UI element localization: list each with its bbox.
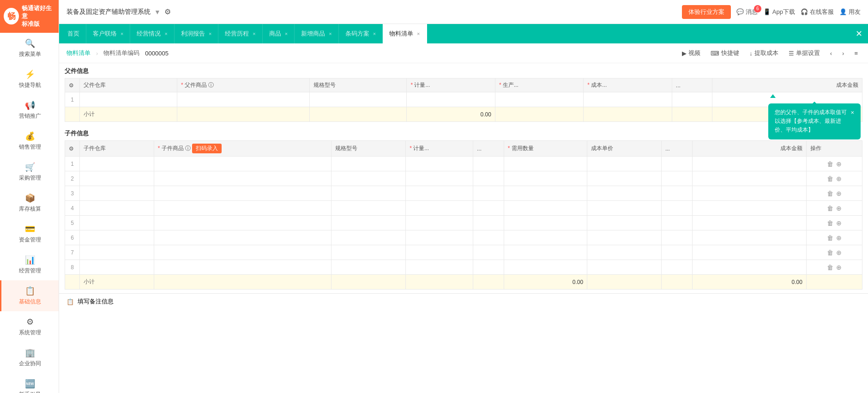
child-cell-extra2-5[interactable]	[661, 216, 692, 230]
tab-operation-history-close[interactable]: ×	[253, 31, 255, 36]
tab-bom-close[interactable]: ×	[417, 31, 420, 36]
child-cell-warehouse-7[interactable]	[80, 245, 154, 260]
tab-profit-close[interactable]: ×	[209, 31, 211, 36]
child-cell-req-qty-7[interactable]	[504, 245, 587, 260]
parent-cell-cost-1[interactable]	[584, 92, 672, 107]
child-cell-goods-1[interactable]	[154, 157, 332, 171]
view-button[interactable]: ▶ 视频	[679, 48, 703, 58]
child-th-gear[interactable]: ⚙	[65, 141, 80, 157]
child-cell-spec-7[interactable]	[332, 245, 406, 260]
scan-button[interactable]: 扫码录入	[192, 144, 222, 153]
delete-icon-7[interactable]: 🗑	[827, 249, 833, 256]
breadcrumb-link[interactable]: 物料清单	[66, 49, 90, 57]
tab-operation-status[interactable]: 经营情况 ×	[130, 24, 174, 43]
sidebar-item-operation[interactable]: 📊 经营管理	[0, 249, 59, 280]
child-cell-goods-8[interactable]	[154, 260, 332, 275]
sidebar-item-basic-info[interactable]: 📋 基础信息	[0, 280, 59, 311]
child-cell-warehouse-4[interactable]	[80, 201, 154, 216]
delete-icon-3[interactable]: 🗑	[827, 190, 833, 197]
child-cell-warehouse-3[interactable]	[80, 186, 154, 201]
child-cell-extra-6[interactable]	[473, 230, 504, 245]
child-cell-extra-1[interactable]	[473, 157, 504, 171]
trial-button[interactable]: 体验行业方案	[682, 5, 731, 19]
gear-button[interactable]: ⚙	[164, 7, 171, 16]
child-cell-warehouse-8[interactable]	[80, 260, 154, 275]
child-cell-cost-price-4[interactable]	[587, 201, 662, 216]
child-cell-unit-6[interactable]	[406, 230, 473, 245]
copy-icon-3[interactable]: ⊕	[836, 190, 842, 197]
copy-icon-8[interactable]: ⊕	[836, 264, 842, 271]
tab-new-goods[interactable]: 新增商品 ×	[295, 24, 338, 43]
child-cell-extra-5[interactable]	[473, 216, 504, 230]
child-cell-warehouse-5[interactable]	[80, 216, 154, 230]
delete-icon-4[interactable]: 🗑	[827, 205, 833, 212]
sidebar-item-purchase[interactable]: 🛒 采购管理	[0, 157, 59, 187]
child-cell-cost-price-3[interactable]	[587, 186, 662, 201]
copy-icon-1[interactable]: ⊕	[836, 160, 842, 168]
child-cell-goods-7[interactable]	[154, 245, 332, 260]
parent-cell-spec-1[interactable]	[309, 92, 407, 107]
sidebar-item-system[interactable]: ⚙ 系统管理	[0, 311, 59, 342]
copy-icon-5[interactable]: ⊕	[836, 219, 842, 227]
prev-button[interactable]: ‹	[827, 49, 835, 58]
copy-icon-2[interactable]: ⊕	[836, 175, 842, 182]
child-cell-extra2-4[interactable]	[661, 201, 692, 216]
child-cell-cost-price-1[interactable]	[587, 157, 662, 171]
child-cell-unit-2[interactable]	[406, 171, 473, 186]
child-cell-extra-7[interactable]	[473, 245, 504, 260]
parent-cell-warehouse-1[interactable]	[80, 92, 177, 107]
child-cell-extra-4[interactable]	[473, 201, 504, 216]
delete-icon-8[interactable]: 🗑	[827, 264, 833, 271]
child-cell-cost-price-5[interactable]	[587, 216, 662, 230]
parent-cell-extra-1[interactable]	[672, 92, 712, 107]
tab-bom[interactable]: 物料清单 ×	[383, 24, 427, 43]
user-button[interactable]: 👤 用友	[839, 8, 861, 16]
next-button[interactable]: ›	[839, 49, 847, 58]
child-cell-unit-4[interactable]	[406, 201, 473, 216]
parent-th-gear[interactable]: ⚙	[65, 79, 80, 92]
shortcut-button[interactable]: ⌨ 快捷键	[708, 48, 742, 58]
child-cell-spec-6[interactable]	[332, 230, 406, 245]
child-cell-unit-5[interactable]	[406, 216, 473, 230]
tab-profit[interactable]: 利润报告 ×	[175, 24, 218, 43]
child-cell-req-qty-8[interactable]	[504, 260, 587, 275]
tab-goods[interactable]: 商品 ×	[263, 24, 295, 43]
child-cell-extra-8[interactable]	[473, 260, 504, 275]
child-cell-spec-4[interactable]	[332, 201, 406, 216]
parent-cell-unit-1[interactable]	[407, 92, 495, 107]
parent-cell-produce-1[interactable]	[495, 92, 583, 107]
child-cell-unit-3[interactable]	[406, 186, 473, 201]
tab-barcode[interactable]: 条码方案 ×	[339, 24, 383, 43]
sidebar-item-guide[interactable]: 🆕 新手引导	[0, 373, 59, 393]
sidebar-item-quick-nav[interactable]: ⚡ 快捷导航	[0, 64, 59, 95]
sidebar-item-inventory[interactable]: 📦 库存核算	[0, 187, 59, 218]
child-cell-extra2-2[interactable]	[661, 171, 692, 186]
delete-icon-1[interactable]: 🗑	[827, 160, 833, 168]
tab-barcode-close[interactable]: ×	[373, 31, 376, 36]
delete-icon-5[interactable]: 🗑	[827, 219, 833, 227]
single-settings-button[interactable]: ☰ 单据设置	[786, 48, 823, 58]
child-cell-spec-2[interactable]	[332, 171, 406, 186]
child-cell-spec-1[interactable]	[332, 157, 406, 171]
child-cell-warehouse-6[interactable]	[80, 230, 154, 245]
tab-customer[interactable]: 客户联络 ×	[86, 24, 130, 43]
child-cell-cost-price-6[interactable]	[587, 230, 662, 245]
sidebar-item-search[interactable]: 🔍 搜索菜单	[0, 33, 59, 64]
child-cell-req-qty-3[interactable]	[504, 186, 587, 201]
child-cell-req-qty-2[interactable]	[504, 171, 587, 186]
child-cell-req-qty-5[interactable]	[504, 216, 587, 230]
child-cell-req-qty-1[interactable]	[504, 157, 587, 171]
child-cell-goods-5[interactable]	[154, 216, 332, 230]
tab-new-goods-close[interactable]: ×	[329, 31, 332, 36]
child-cell-warehouse-2[interactable]	[80, 171, 154, 186]
app-download-button[interactable]: 📱 App下载	[763, 8, 795, 16]
child-cell-extra2-8[interactable]	[661, 260, 692, 275]
child-cell-req-qty-4[interactable]	[504, 201, 587, 216]
online-service-button[interactable]: 🎧 在线客服	[801, 8, 834, 16]
child-cell-unit-1[interactable]	[406, 157, 473, 171]
child-cell-extra2-7[interactable]	[661, 245, 692, 260]
delete-icon-2[interactable]: 🗑	[827, 175, 833, 182]
extract-cost-button[interactable]: ↓ 提取成本	[747, 48, 781, 58]
sidebar-item-enterprise[interactable]: 🏢 企业协同	[0, 342, 59, 373]
child-cell-extra-2[interactable]	[473, 171, 504, 186]
